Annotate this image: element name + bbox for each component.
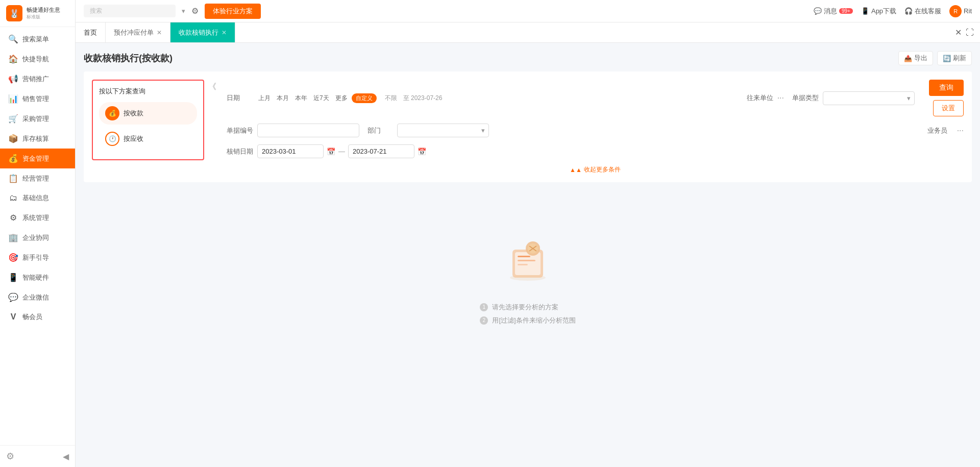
tab-receipt-writeoff[interactable]: 收款核销执行 ✕ bbox=[170, 22, 235, 42]
department-select[interactable] bbox=[397, 124, 489, 137]
user-name-label: Rit bbox=[964, 7, 972, 15]
filter-option-by-receipt[interactable]: 💰 按收款 bbox=[99, 102, 197, 125]
writeoff-date-end-input[interactable] bbox=[348, 144, 414, 158]
tab-home[interactable]: 首页 bbox=[76, 22, 106, 42]
sidebar-item-basic[interactable]: 🗂 基础信息 bbox=[0, 188, 75, 208]
user-name-btn[interactable]: R Rit bbox=[949, 5, 972, 17]
salesperson-select-btn[interactable]: ··· bbox=[957, 126, 964, 135]
header-dropdown-icon[interactable]: ▾ bbox=[182, 7, 185, 15]
sidebar-item-label: 系统管理 bbox=[22, 213, 49, 223]
tab-home-label: 首页 bbox=[84, 28, 97, 37]
filter-row-1: 日期 上月 本月 本年 近7天 更多 自定义 不限 bbox=[227, 80, 964, 116]
system-icon: ⚙ bbox=[8, 213, 18, 223]
sidebar-item-label: 基础信息 bbox=[22, 193, 49, 203]
online-service-btn[interactable]: 🎧 在线客服 bbox=[904, 7, 941, 16]
export-btn[interactable]: 📤 导出 bbox=[898, 51, 933, 65]
doc-type-select[interactable] bbox=[823, 91, 915, 105]
collapse-more-btn[interactable]: ▲▲ 收起更多条件 bbox=[570, 165, 621, 174]
sidebar-item-purchase[interactable]: 🛒 采购管理 bbox=[0, 109, 75, 129]
date-shortcut-more[interactable]: 更多 bbox=[333, 93, 350, 104]
sidebar-item-label: 畅会员 bbox=[22, 312, 42, 322]
logo-icon: 🐰 bbox=[6, 5, 22, 21]
settings-footer-icon[interactable]: ⚙ bbox=[6, 451, 14, 462]
tab-receipt-writeoff-close-icon[interactable]: ✕ bbox=[222, 29, 227, 36]
industry-btn[interactable]: 体验行业方案 bbox=[205, 4, 261, 19]
tab-fullscreen-icon[interactable]: ⛶ bbox=[966, 28, 974, 37]
filter-option-by-receivable[interactable]: 🕐 按应收 bbox=[99, 128, 197, 150]
collapse-more-area: ▲▲ 收起更多条件 bbox=[227, 165, 964, 174]
tab-close-all-icon[interactable]: ✕ bbox=[955, 28, 962, 37]
sidebar-item-marketing[interactable]: 📢 营销推广 bbox=[0, 69, 75, 89]
sidebar-item-search[interactable]: 🔍 搜索菜单 bbox=[0, 29, 75, 49]
tip-num-1: 1 bbox=[480, 303, 488, 311]
sidebar-item-finance[interactable]: 💰 资金管理 bbox=[0, 149, 75, 168]
date-shortcut-7days[interactable]: 近7天 bbox=[311, 93, 331, 104]
export-icon: 📤 bbox=[904, 55, 912, 62]
doc-type-select-wrapper bbox=[823, 91, 915, 105]
export-label: 导出 bbox=[914, 54, 927, 63]
sidebar-item-label: 新手引导 bbox=[22, 253, 49, 262]
logo-area: 🐰 畅捷通好生意 标准版 bbox=[0, 0, 75, 27]
sidebar-item-enterprise[interactable]: 🏢 企业协同 bbox=[0, 228, 75, 248]
empty-tip-1: 1 请先选择要分析的方案 bbox=[480, 301, 575, 314]
sidebar-item-member[interactable]: V 畅会员 bbox=[0, 307, 75, 327]
header-gear-icon[interactable]: ⚙ bbox=[191, 6, 199, 16]
filter-panel: 按以下方案查询 💰 按收款 🕐 按应收 《 bbox=[84, 71, 972, 182]
writeoff-date-input-group: 📅 — 📅 bbox=[257, 144, 426, 158]
app-download-btn[interactable]: 📱 App下载 bbox=[861, 7, 896, 16]
writeoff-date-end-calendar-icon[interactable]: 📅 bbox=[418, 148, 426, 156]
message-btn[interactable]: 💬 消息 99+ bbox=[814, 7, 853, 16]
by-receipt-label: 按收款 bbox=[124, 109, 143, 118]
sidebar-item-hardware[interactable]: 📱 智能硬件 bbox=[0, 267, 75, 287]
collapse-sidebar-icon[interactable]: ◀ bbox=[63, 452, 69, 461]
online-service-icon: 🎧 bbox=[904, 7, 913, 15]
empty-tip-2: 2 用[过滤]条件来缩小分析范围 bbox=[480, 314, 575, 327]
purchase-icon: 🛒 bbox=[8, 114, 18, 124]
svg-rect-3 bbox=[518, 256, 530, 257]
filter-actions: 查询 设置 bbox=[923, 80, 964, 116]
date-filter-item: 日期 上月 本月 本年 近7天 更多 自定义 bbox=[227, 93, 377, 104]
tip-text-2: 用[过滤]条件来缩小分析范围 bbox=[492, 314, 575, 327]
sidebar-item-label: 快捷导航 bbox=[22, 55, 49, 64]
sidebar-item-quicknav[interactable]: 🏠 快捷导航 bbox=[0, 49, 75, 69]
tip-text-1: 请先选择要分析的方案 bbox=[492, 301, 558, 314]
sidebar-item-system[interactable]: ⚙ 系统管理 bbox=[0, 208, 75, 228]
date-shortcut-thismonth[interactable]: 本月 bbox=[275, 93, 291, 104]
date-shortcut-lastmonth[interactable]: 上月 bbox=[256, 93, 273, 104]
sidebar-item-guide[interactable]: 🎯 新手引导 bbox=[0, 248, 75, 267]
writeoff-date-separator: — bbox=[338, 148, 345, 155]
writeoff-date-start-calendar-icon[interactable]: 📅 bbox=[327, 148, 335, 156]
date-shortcut-thisyear[interactable]: 本年 bbox=[293, 93, 309, 104]
sidebar-item-label: 企业微信 bbox=[22, 293, 49, 302]
page-title: 收款核销执行(按收款) bbox=[84, 52, 173, 64]
sidebar-item-inventory[interactable]: 📦 库存核算 bbox=[0, 129, 75, 149]
date-shortcut-custom[interactable]: 自定义 bbox=[352, 93, 377, 103]
collapse-more-label: 收起更多条件 bbox=[584, 165, 621, 174]
refresh-icon: 🔄 bbox=[943, 55, 951, 62]
sidebar-item-label: 营销推广 bbox=[22, 75, 49, 84]
sidebar-item-operation[interactable]: 📋 经营管理 bbox=[0, 168, 75, 188]
basic-icon: 🗂 bbox=[8, 193, 18, 203]
wechat-icon: 💬 bbox=[8, 292, 18, 302]
tab-prepay[interactable]: 预付冲应付单 ✕ bbox=[106, 22, 170, 42]
refresh-btn[interactable]: 🔄 刷新 bbox=[937, 51, 972, 65]
message-icon: 💬 bbox=[814, 7, 822, 15]
query-btn[interactable]: 查询 bbox=[929, 80, 964, 96]
svg-rect-2 bbox=[515, 252, 541, 275]
doc-number-input[interactable] bbox=[257, 124, 359, 137]
counterpart-select-btn[interactable]: ··· bbox=[777, 93, 784, 103]
filter-collapse-icon[interactable]: 《 bbox=[206, 80, 218, 94]
search-menu-icon: 🔍 bbox=[8, 34, 18, 44]
logo-badge: 标准版 bbox=[27, 14, 60, 20]
sidebar-item-sales[interactable]: 📊 销售管理 bbox=[0, 89, 75, 109]
date-shortcuts: 上月 本月 本年 近7天 更多 自定义 bbox=[256, 93, 377, 104]
salesperson-filter-item: 业务员 ··· bbox=[927, 126, 964, 135]
date-range-separator: 至 2023-07-26 bbox=[403, 94, 443, 103]
writeoff-date-start-input[interactable] bbox=[257, 144, 324, 158]
tab-controls: ✕ ⛶ bbox=[949, 22, 980, 42]
sidebar-item-wechat[interactable]: 💬 企业微信 bbox=[0, 287, 75, 307]
app-download-icon: 📱 bbox=[861, 7, 869, 15]
date-label: 日期 bbox=[227, 93, 252, 103]
settings-btn[interactable]: 设置 bbox=[933, 100, 964, 116]
tab-prepay-close-icon[interactable]: ✕ bbox=[157, 29, 162, 36]
